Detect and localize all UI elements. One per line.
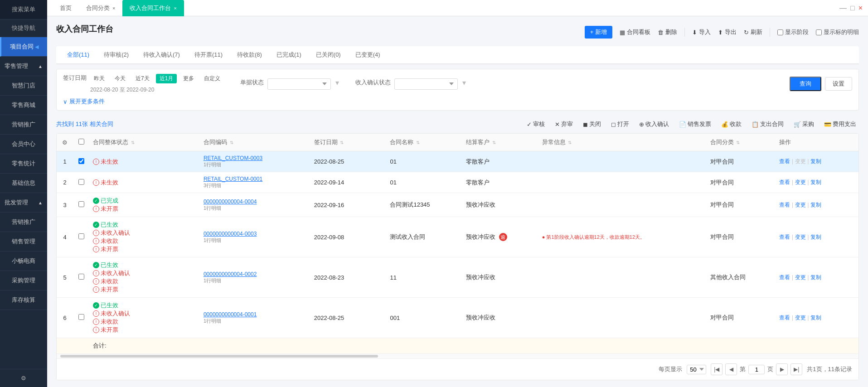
scrollbar-thumb[interactable] [60, 355, 378, 358]
minimize-btn[interactable]: — [839, 4, 847, 12]
row6-change[interactable]: 变更 [795, 314, 806, 321]
filter-setting-button[interactable]: 设置 [825, 77, 852, 91]
expense-output-btn[interactable]: 💳 费用支出 [821, 119, 859, 130]
sales-invoice-btn[interactable]: 📄 销售发票 [676, 119, 714, 130]
col-exception[interactable]: 异常信息 ⇅ [538, 134, 707, 151]
row6-copy[interactable]: 复制 [810, 314, 821, 321]
h-scrollbar[interactable] [57, 354, 858, 358]
status-tab-changed[interactable]: 已变更(4) [348, 46, 388, 64]
tab-contract-type[interactable]: 合同分类 × [79, 0, 122, 16]
row3-view[interactable]: 查看 [779, 202, 790, 208]
sidebar-item-xiao[interactable]: 小畅电商 [0, 252, 47, 271]
sidebar-item-sales[interactable]: 销售管理 [0, 232, 47, 252]
row2-view[interactable]: 查看 [779, 179, 790, 185]
sidebar-settings[interactable]: ⚙ [0, 369, 47, 387]
col-sign-date[interactable]: 签订日期 ⇅ [310, 134, 387, 151]
import-button[interactable]: ⬇ 导入 [692, 28, 711, 36]
row2-code-link[interactable]: RETAIL_CUSTOM-0001 [204, 176, 307, 182]
row4-code-link[interactable]: 0000000000004-0003 [204, 231, 307, 237]
last7-btn[interactable]: 近7天 [132, 74, 153, 83]
row3-copy[interactable]: 复制 [810, 202, 821, 208]
row6-checkbox[interactable] [73, 298, 89, 338]
export-button[interactable]: ⬆ 导出 [718, 28, 737, 36]
row2-copy[interactable]: 复制 [810, 179, 821, 185]
output-contract-btn[interactable]: 📋 支出合同 [749, 119, 786, 130]
row1-checkbox[interactable] [73, 151, 89, 172]
row1-view[interactable]: 查看 [779, 158, 790, 164]
sidebar-item-marketing[interactable]: 营销推广 [0, 115, 47, 135]
review-btn[interactable]: ✓ 审核 [524, 119, 548, 130]
col-code[interactable]: 合同编码 ⇅ [200, 134, 310, 151]
row5-checkbox[interactable] [73, 257, 89, 298]
sidebar-item-project[interactable]: 项目合同 ◀ [0, 37, 47, 57]
dashboard-button[interactable]: ▦ 合同看板 [620, 28, 650, 36]
row3-change[interactable]: 变更 [795, 202, 806, 208]
row5-code-link[interactable]: 0000000000004-0002 [204, 271, 307, 277]
sidebar-item-wholesale[interactable]: 批发管理 ▲ [0, 193, 47, 213]
row3-code-link[interactable]: 0000000000004-0004 [204, 198, 307, 205]
status-tab-pending-income[interactable]: 待收入确认(7) [136, 46, 187, 64]
row4-view[interactable]: 查看 [779, 234, 790, 240]
sidebar-item-stock[interactable]: 库存核算 [0, 290, 47, 310]
row5-copy[interactable]: 复制 [810, 274, 821, 281]
row3-checkbox[interactable] [73, 193, 89, 217]
row6-view[interactable]: 查看 [779, 314, 790, 321]
col-overall-status[interactable]: 合同整体状态 ⇅ [89, 134, 200, 151]
col-name[interactable]: 合同名称 ⇅ [386, 134, 462, 151]
sidebar-item-member[interactable]: 会员中心 [0, 135, 47, 154]
tab-home[interactable]: 首页 [53, 0, 79, 16]
status-tab-all[interactable]: 全部(11) [60, 46, 97, 64]
add-button[interactable]: + 新增 [585, 26, 612, 39]
last-page-btn[interactable]: ▶| [790, 363, 802, 375]
sidebar-item-stats[interactable]: 零售统计 [0, 154, 47, 174]
purchase-btn[interactable]: 🛒 采购 [791, 119, 817, 130]
next-page-btn[interactable]: ▶ [776, 363, 788, 375]
sidebar-search[interactable]: 搜索菜单 [0, 0, 47, 19]
query-button[interactable]: 查询 [790, 77, 821, 91]
row1-code-link[interactable]: RETAIL_CUSTOM-0003 [204, 155, 307, 161]
sidebar-item-mkt2[interactable]: 营销推广 [0, 213, 47, 232]
first-page-btn[interactable]: |◀ [711, 363, 723, 375]
per-page-select[interactable]: 50 [687, 365, 706, 374]
payment-btn[interactable]: 💰 收款 [718, 119, 744, 130]
sidebar-item-base[interactable]: 基础信息 [0, 174, 47, 193]
close-btn[interactable]: × [858, 4, 863, 12]
last1month-btn[interactable]: 近1月 [156, 74, 177, 83]
sidebar-item-retail[interactable]: 零售管理 ▲ [0, 57, 47, 76]
row4-change[interactable]: 变更 [795, 234, 806, 240]
expand-filter-btn[interactable]: ∨ 展开更多条件 [63, 97, 852, 106]
tab-close-income-workbench[interactable]: × [174, 0, 176, 16]
show-fields-input[interactable] [777, 29, 783, 35]
status-tab-pending-invoice[interactable]: 待开票(11) [187, 46, 230, 64]
prev-page-btn[interactable]: ◀ [725, 363, 737, 375]
show-details-checkbox[interactable]: 显示标的明细 [816, 28, 859, 36]
sidebar-item-ecom[interactable]: 零售商城 [0, 96, 47, 115]
status-tab-closed[interactable]: 已关闭(0) [309, 46, 348, 64]
maximize-btn[interactable]: □ [850, 4, 855, 12]
row4-checkbox[interactable] [73, 217, 89, 257]
select-all-checkbox[interactable] [78, 139, 84, 145]
col-category[interactable]: 合同分类 ⇅ [707, 134, 776, 151]
status-tab-completed[interactable]: 已完成(1) [269, 46, 309, 64]
row2-checkbox[interactable] [73, 172, 89, 193]
open-btn[interactable]: ◻ 打开 [608, 119, 632, 130]
sidebar-item-smart[interactable]: 智慧门店 [0, 76, 47, 96]
income-confirm-select[interactable] [394, 78, 458, 90]
row5-view[interactable]: 查看 [779, 274, 790, 281]
doc-status-select[interactable] [267, 78, 331, 90]
row5-change[interactable]: 变更 [795, 274, 806, 281]
refresh-button[interactable]: ↻ 刷新 [744, 28, 762, 36]
abandon-btn[interactable]: ✕ 弃审 [552, 119, 576, 130]
sidebar-quicknav[interactable]: 快捷导航 [0, 19, 47, 37]
show-fields-checkbox[interactable]: 显示阶段 [777, 28, 809, 36]
delete-button[interactable]: 🗑 删除 [658, 28, 677, 36]
status-tab-pending-payment[interactable]: 待收款(8) [230, 46, 269, 64]
yesterday-btn[interactable]: 昨天 [90, 74, 108, 83]
today-btn[interactable]: 今天 [111, 74, 129, 83]
sidebar-item-purchase[interactable]: 采购管理 [0, 271, 47, 290]
show-details-input[interactable] [816, 29, 822, 35]
status-tab-pending-review[interactable]: 待审核(2) [97, 46, 136, 64]
row1-copy[interactable]: 复制 [810, 158, 821, 164]
tab-income-workbench[interactable]: 收入合同工作台 × [122, 0, 184, 16]
tab-close-contract-type[interactable]: × [112, 0, 115, 16]
